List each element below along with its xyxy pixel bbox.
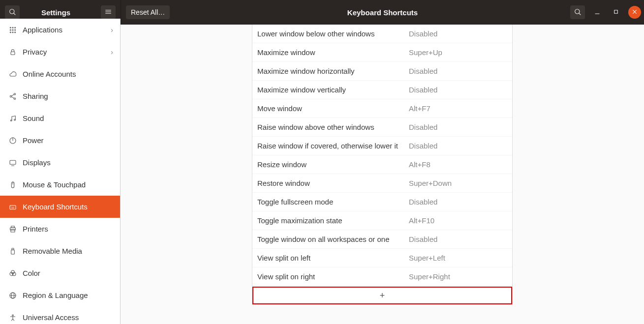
sidebar-item-printers[interactable]: Printers (0, 218, 120, 240)
shortcut-keys: Super+Down (409, 179, 452, 187)
shortcut-name: View split on right (257, 272, 409, 281)
hamburger-icon (104, 8, 112, 17)
access-icon (8, 314, 18, 322)
shortcut-name: Move window (257, 104, 409, 113)
shortcut-row[interactable]: Maximize window verticallyDisabled (252, 81, 512, 99)
sidebar-item-keyboard-shortcuts[interactable]: Keyboard Shortcuts (0, 196, 120, 218)
shortcut-keys: Disabled (409, 67, 437, 75)
shortcut-name: Maximize window (257, 48, 409, 57)
share-icon (8, 92, 18, 100)
shortcut-keys: Disabled (409, 123, 437, 131)
settings-title: Settings (41, 8, 70, 17)
sidebar-item-sound[interactable]: Sound (0, 107, 120, 129)
lock-icon (8, 48, 18, 56)
shortcut-name: View split on left (257, 254, 409, 262)
shortcut-name: Toggle fullscreen mode (257, 198, 409, 206)
shortcut-keys: Super+Right (409, 272, 450, 281)
sidebar-item-removable-media[interactable]: Removable Media (0, 240, 120, 262)
plus-icon: + (380, 291, 385, 301)
sidebar-item-color[interactable]: Color (0, 262, 120, 284)
sidebar-item-power[interactable]: Power (0, 129, 120, 151)
shortcut-name: Restore window (257, 179, 409, 187)
shortcut-row[interactable]: Maximize windowSuper+Up (252, 43, 512, 62)
svg-rect-8 (614, 10, 618, 13)
music-icon (8, 115, 18, 122)
power-icon (8, 137, 18, 145)
page-title: Keyboard Shortcuts (347, 8, 418, 17)
shortcut-name: Toggle window on all workspaces or one (257, 235, 409, 243)
sidebar-item-applications[interactable]: Applications› (0, 19, 120, 41)
sidebar-item-sharing[interactable]: Sharing (0, 85, 120, 107)
shortcut-row[interactable]: Toggle window on all workspaces or oneDi… (252, 230, 512, 249)
shortcut-row[interactable]: Resize windowAlt+F8 (252, 155, 512, 174)
shortcut-row[interactable]: View split on leftSuper+Left (252, 249, 512, 267)
reset-all-button[interactable]: Reset All… (126, 5, 170, 19)
search-button-right[interactable] (570, 5, 585, 19)
sidebar-item-online-accounts[interactable]: Online Accounts (0, 63, 120, 85)
sidebar-item-displays[interactable]: Displays (0, 151, 120, 174)
shortcut-keys: Alt+F7 (409, 104, 430, 113)
svg-point-0 (10, 9, 14, 13)
printer-icon (8, 225, 18, 233)
shortcut-row[interactable]: Toggle fullscreen modeDisabled (252, 193, 512, 211)
maximize-button[interactable] (610, 6, 622, 19)
sidebar-item-label: Removable Media (23, 247, 82, 255)
search-button-left[interactable] (5, 5, 20, 19)
shortcut-keys: Disabled (409, 29, 437, 38)
sidebar-item-label: Region & Language (23, 291, 88, 299)
shortcut-row[interactable]: Maximize window horizontallyDisabled (252, 62, 512, 81)
shortcut-keys: Alt+F8 (409, 160, 430, 169)
mouse-icon (8, 181, 18, 189)
sidebar-item-label: Privacy (23, 48, 47, 56)
shortcut-name: Lower window below other windows (257, 29, 409, 38)
sidebar-item-label: Online Accounts (23, 70, 76, 78)
add-shortcut-button[interactable]: + (252, 287, 512, 304)
main-area: Applications›Privacy›Online AccountsShar… (0, 25, 644, 324)
sidebar-item-label: Mouse & Touchpad (23, 180, 86, 189)
sidebar-item-label: Sound (23, 114, 44, 122)
sidebar-item-label: Sharing (23, 92, 48, 100)
svg-point-5 (575, 9, 580, 13)
shortcut-row[interactable]: Restore windowSuper+Down (252, 174, 512, 193)
shortcut-row[interactable]: Toggle maximization stateAlt+F10 (252, 211, 512, 230)
shortcut-row[interactable]: Lower window below other windowsDisabled (252, 25, 512, 43)
shortcut-keys: Disabled (409, 142, 437, 150)
shortcut-keys: Alt+F10 (409, 216, 434, 225)
shortcut-keys: Disabled (409, 235, 437, 243)
keyboard-icon (8, 203, 18, 211)
minimize-button[interactable] (591, 6, 604, 19)
sidebar-item-region-language[interactable]: Region & Language (0, 284, 120, 306)
maximize-icon (612, 8, 620, 17)
reset-all-label: Reset All… (131, 8, 165, 16)
shortcut-row[interactable]: View split on rightSuper+Right (252, 267, 512, 286)
sidebar: Applications›Privacy›Online AccountsShar… (0, 19, 121, 324)
sidebar-item-label: Keyboard Shortcuts (23, 203, 88, 211)
display-icon (8, 159, 18, 167)
shortcut-row[interactable]: Raise window above other windowsDisabled (252, 118, 512, 137)
shortcuts-panel: Lower window below other windowsDisabled… (252, 25, 513, 305)
shortcut-row[interactable]: Move windowAlt+F7 (252, 99, 512, 118)
sidebar-item-label: Applications (23, 26, 62, 34)
cloud-icon (8, 70, 18, 78)
shortcut-keys: Disabled (409, 86, 437, 94)
shortcut-name: Maximize window vertically (257, 86, 409, 94)
chevron-right-icon: › (111, 26, 113, 34)
shortcut-keys: Super+Up (409, 48, 442, 57)
shortcut-keys: Disabled (409, 198, 437, 206)
globe-icon (8, 292, 18, 299)
sidebar-item-privacy[interactable]: Privacy› (0, 41, 120, 63)
shortcut-row[interactable]: Raise window if covered, otherwise lower… (252, 137, 512, 155)
sidebar-item-label: Displays (23, 158, 51, 167)
shortcut-name: Raise window above other windows (257, 123, 409, 131)
usb-icon (8, 247, 18, 255)
shortcut-keys: Super+Left (409, 254, 445, 262)
svg-line-6 (579, 13, 581, 15)
search-icon (8, 8, 16, 17)
grid-icon (8, 26, 18, 34)
sidebar-item-universal-access[interactable]: Universal Access (0, 306, 120, 324)
content-area: Lower window below other windowsDisabled… (121, 25, 644, 324)
hamburger-menu-button[interactable] (101, 5, 116, 19)
sidebar-item-mouse-touchpad[interactable]: Mouse & Touchpad (0, 174, 120, 196)
close-button[interactable] (628, 6, 641, 19)
minimize-icon (593, 8, 601, 17)
